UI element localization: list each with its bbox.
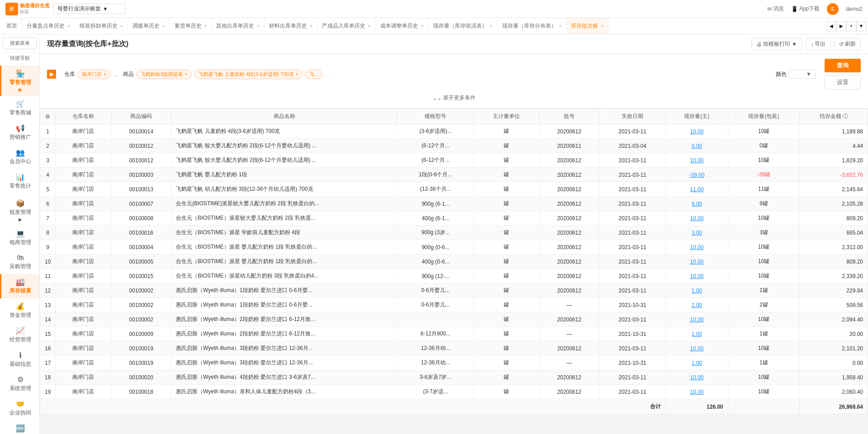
cell-qty-main[interactable]: 1.00 [666, 327, 728, 341]
nav-next-btn[interactable]: ▶ [836, 21, 846, 31]
sidebar-item-inventory[interactable]: 🏭 库存核算 [0, 274, 39, 298]
sidebar-item-guide[interactable]: 🆕 新手引导 [0, 420, 39, 434]
product-tag3[interactable]: 飞... [305, 70, 322, 79]
cell-qty-main[interactable]: 10.00 [666, 370, 728, 385]
search-menu-btn[interactable]: 搜索菜单 [3, 37, 37, 49]
print-btn[interactable]: 🖨 按模板打印 ▼ [751, 38, 802, 50]
close-icon[interactable]: × [257, 24, 259, 28]
tab-diaobo[interactable]: 调拨单历史 × [128, 18, 170, 34]
cell-qty-main[interactable]: 10.00 [666, 385, 728, 399]
cell-qty-main[interactable]: 1.00 [666, 283, 728, 298]
product-ellipsis[interactable]: ... [325, 71, 330, 77]
sidebar-item-ecommerce[interactable]: 💻 电商管理 [0, 226, 39, 250]
cell-qty-main[interactable]: 9.00 [666, 197, 728, 211]
close-icon[interactable]: × [368, 24, 371, 28]
tab-label: 现存量（库存分布表） [502, 22, 557, 30]
sidebar-item-purchase[interactable]: 🛍 采购管理 [0, 250, 39, 274]
cell-qty-main[interactable]: 10.00 [666, 312, 728, 327]
product-tag2[interactable]: 飞鹤星飞帆 儿童奶粉 4段(3-6岁适用) 700克 × [194, 70, 302, 79]
sidebar-item-marketing[interactable]: 📢 营销推广 [0, 120, 39, 145]
expand-arrow[interactable]: ▶ [47, 70, 56, 79]
close-icon[interactable]: × [162, 24, 165, 28]
warehouse-tag[interactable]: 南岸门店 × [78, 70, 110, 79]
logo-text: 畅捷通好生意 标题 [20, 3, 50, 15]
close-icon[interactable]: × [490, 24, 493, 28]
close-icon[interactable]: × [601, 24, 604, 28]
sidebar-item-retail-stats[interactable]: 📊 零售统计 [0, 169, 39, 193]
close-icon[interactable]: × [310, 24, 312, 28]
sidebar-item-system[interactable]: ⚙ 系统管理 [0, 372, 39, 396]
cell-qty-main[interactable]: 10.00 [666, 341, 728, 356]
tab-kucun-pici[interactable]: 库存批次账 × [566, 18, 609, 34]
cell-qty-main[interactable]: 10.00 [666, 255, 728, 269]
cell-qty-main[interactable]: -39.00 [666, 168, 728, 182]
warehouse-ellipsis[interactable]: ... [113, 71, 118, 77]
tab-fenliang[interactable]: 分量盘点单历史 × [22, 18, 75, 34]
table-row: 9 南岸门店 00100004 合生元（BIOSTIME）派星 婴儿配方奶粉 1… [40, 240, 868, 255]
nav-menu-btn[interactable]: ▼ [856, 21, 866, 31]
sidebar-item-enterprise[interactable]: 🤝 企业协同 [0, 396, 39, 420]
sidebar-item-finance[interactable]: 💰 资金管理 [0, 298, 39, 323]
close-icon[interactable]: × [67, 24, 70, 28]
warehouse-tag-close[interactable]: × [104, 72, 106, 77]
export-btn[interactable]: ↓ 导出 [806, 38, 830, 50]
cell-name: 合生元（BIOSTIME）派星 婴儿配方奶粉 1段 乳铁蛋白的... [171, 255, 397, 269]
tab-xiancunliang2[interactable]: 现存量（库存分布表） × [498, 18, 567, 34]
nav-prev-btn[interactable]: ◀ [826, 21, 836, 31]
cell-warehouse: 南岸门店 [56, 298, 111, 312]
cell-batch: 20200612 [539, 197, 599, 211]
cell-qty-pkg: -39罐 [728, 168, 800, 182]
cell-qty-main[interactable]: 10.00 [666, 153, 728, 168]
sidebar-item-wholesale[interactable]: 📦 批发管理 ▶ [0, 195, 39, 226]
cell-unit: 罐 [474, 370, 539, 385]
close-icon[interactable]: × [120, 24, 123, 28]
tab-home[interactable]: 首页 [2, 18, 22, 34]
sidebar-item-retail-mgmt[interactable]: 🏪 零售管理 ▶ [0, 66, 39, 96]
nav-close-btn[interactable]: × [846, 21, 856, 31]
tab-xiancunliang1[interactable]: 现存量（库存状况表） × [429, 18, 498, 34]
table-row: 18 南岸门店 00100020 惠氏启胺（Wyeth illuma）4段奶粉 … [40, 370, 868, 385]
col-settings[interactable]: ⚙ [40, 109, 56, 124]
cell-qty-main[interactable]: 0.00 [666, 139, 728, 153]
expand-conditions-btn[interactable]: ⌄⌄ 展开更多条件 [429, 92, 479, 104]
sidebar-item-member[interactable]: 👥 会员中心 [0, 145, 39, 169]
cell-qty-main[interactable]: 11.00 [666, 182, 728, 197]
cell-qty-main[interactable]: 10.00 [666, 269, 728, 283]
settings-btn[interactable]: 设置 [825, 75, 861, 90]
tab-yaohuo[interactable]: 要货单历史 × [170, 18, 212, 34]
tab-chancheng[interactable]: 产成品入库单历史 × [317, 18, 376, 34]
cell-qty-main[interactable]: 1.00 [666, 356, 728, 370]
close-icon[interactable]: × [204, 24, 207, 28]
color-dropdown[interactable]: ▼ [788, 70, 816, 79]
cell-qty-pkg: 10罐 [728, 124, 800, 139]
close-icon[interactable]: × [421, 24, 424, 28]
close-icon[interactable]: × [559, 24, 562, 28]
quick-nav-btn[interactable]: 快捷导航 [0, 52, 39, 64]
tab-qitachuku[interactable]: 其他出库单历史 × [212, 18, 264, 34]
tab-zuchai[interactable]: 组装拆卸单历史 × [75, 18, 128, 34]
tab-cailiao[interactable]: 材料出库单历史 × [264, 18, 317, 34]
sidebar-item-operations[interactable]: 📈 经营管理 [0, 323, 39, 347]
product-tag1[interactable]: 飞鹤奶粉3段两提装 × [137, 70, 192, 79]
sidebar-item-basic-info[interactable]: ℹ 基础信息 [0, 347, 39, 372]
refresh-btn[interactable]: ↺ 刷新 [834, 38, 861, 50]
cell-qty-main[interactable]: 10.00 [666, 240, 728, 255]
app-download-btn[interactable]: 📱 App下载 [791, 5, 820, 13]
product-tag2-close[interactable]: × [296, 72, 298, 77]
product-tag1-close[interactable]: × [185, 72, 188, 77]
query-btn[interactable]: 查询 [825, 59, 861, 72]
cell-code: 00100016 [111, 226, 171, 240]
cell-qty-main[interactable]: 3.00 [666, 226, 728, 240]
chevron-right-icon: ▶ [19, 87, 22, 92]
message-btn[interactable]: ✉ 消息 [767, 5, 784, 13]
sidebar-item-retail-mall[interactable]: 🛒 零售商城 [0, 96, 39, 120]
account-dropdown[interactable]: 母婴行业演示账套 ▼ [53, 4, 126, 14]
tab-chengben[interactable]: 成本调整单历史 × [376, 18, 429, 34]
cell-qty-main[interactable]: 10.00 [666, 211, 728, 226]
cell-qty-main[interactable]: 2.00 [666, 298, 728, 312]
cell-name: 惠氏启胺（Wyeth illuma）2段奶粉 爱尔兰进口 6-12月致... [171, 312, 397, 327]
user-avatar[interactable]: E [827, 3, 839, 15]
cell-qty-main[interactable]: 10.00 [666, 124, 728, 139]
col-spec: 规格型号 [397, 109, 474, 124]
row-number: 7 [40, 211, 56, 226]
